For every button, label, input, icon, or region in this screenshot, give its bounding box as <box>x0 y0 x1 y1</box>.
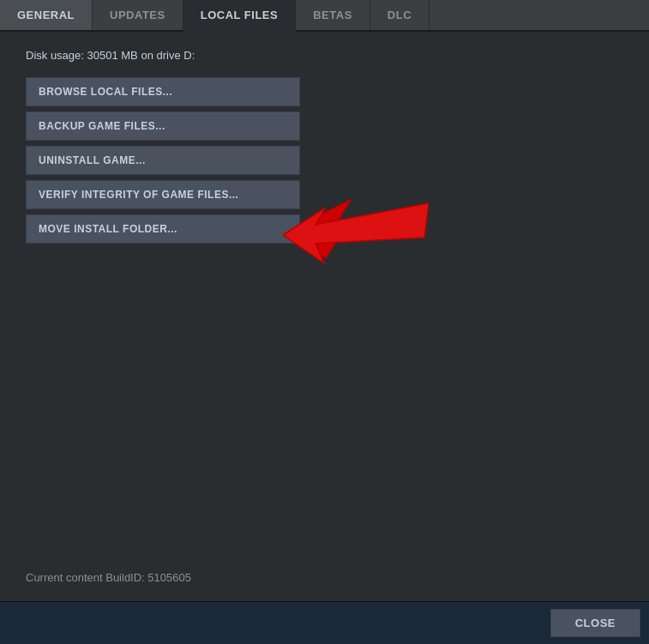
footer-bar: CLOSE <box>0 601 649 644</box>
verify-integrity-button[interactable]: VERIFY INTEGRITY OF GAME FILES... <box>26 180 300 209</box>
uninstall-game-button[interactable]: UNINSTALL GAME... <box>26 146 300 175</box>
arrow-annotation <box>291 195 429 263</box>
browse-local-files-button[interactable]: BROWSE LOCAL FILES... <box>26 77 300 106</box>
tab-general[interactable]: GENERAL <box>0 0 93 30</box>
tab-betas[interactable]: BETAS <box>296 0 370 30</box>
svg-marker-1 <box>283 203 429 263</box>
close-button[interactable]: CLOSE <box>550 609 640 637</box>
disk-usage-label: Disk usage: 30501 MB on drive D: <box>26 49 623 62</box>
tab-updates[interactable]: UPDATES <box>93 0 183 30</box>
svg-marker-0 <box>291 199 429 259</box>
move-install-folder-button[interactable]: MOVE INSTALL FOLDER... <box>26 214 300 244</box>
tab-local-files[interactable]: LOCAL FILES <box>183 0 296 32</box>
build-id-label: Current content BuildID: 5105605 <box>26 571 191 584</box>
backup-game-files-button[interactable]: BACKUP GAME FILES... <box>26 111 300 141</box>
red-arrow-icon <box>283 199 429 272</box>
tab-dlc[interactable]: DLC <box>370 0 430 30</box>
main-content: Disk usage: 30501 MB on drive D: BROWSE … <box>0 32 649 601</box>
tab-bar: GENERAL UPDATES LOCAL FILES BETAS DLC <box>0 0 649 32</box>
